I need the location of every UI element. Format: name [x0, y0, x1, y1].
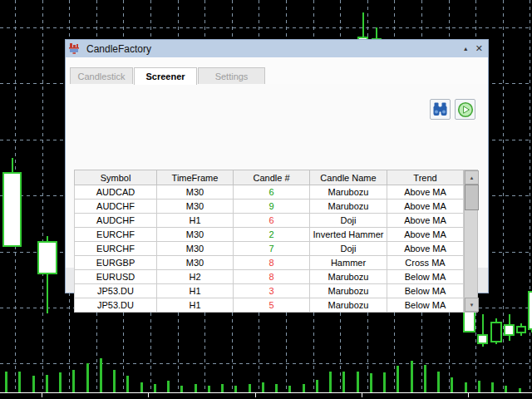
cell-timeframe: H2: [157, 270, 234, 284]
table-row[interactable]: JP53.DUH13MarubozuBelow MA: [75, 284, 464, 298]
column-header-symbol[interactable]: Symbol: [75, 170, 157, 185]
cell-timeframe: M30: [157, 185, 234, 200]
cell-timeframe: H1: [157, 284, 234, 298]
binoculars-icon: [432, 102, 448, 116]
cell-symbol: AUDCHF: [75, 200, 157, 214]
cell-candle-number: 9: [234, 200, 310, 214]
cell-symbol: JP53.DU: [75, 284, 157, 298]
cell-timeframe: H1: [157, 214, 234, 228]
tab-screener[interactable]: Screener: [134, 67, 197, 85]
table-row[interactable]: AUDCHFM309MarubozuAbove MA: [75, 200, 464, 214]
cell-candle-name: Inverted Hammer: [310, 228, 387, 242]
column-header-trend[interactable]: Trend: [387, 170, 464, 185]
cell-symbol: EURGBP: [75, 256, 157, 270]
column-header-candle[interactable]: Candle #: [234, 170, 310, 185]
collapse-icon[interactable]: ▲: [463, 46, 469, 52]
cell-candle-name: Hammer: [310, 256, 387, 270]
table-row[interactable]: AUDCADM306MarubozuAbove MA: [75, 185, 464, 200]
cell-symbol: EURCHF: [75, 228, 157, 242]
time-axis-tick: [255, 393, 256, 397]
column-header-timeframe[interactable]: TimeFrame: [157, 170, 234, 185]
cell-candle-number: 2: [234, 228, 310, 242]
cell-timeframe: M30: [157, 228, 234, 242]
cell-trend: Above MA: [387, 200, 464, 214]
cell-trend: Above MA: [387, 228, 464, 242]
window-titlebar[interactable]: CandleFactory ▲ ✕: [66, 40, 488, 57]
cell-timeframe: H1: [157, 298, 234, 313]
window-title: CandleFactory: [86, 43, 151, 55]
candlefactory-app-icon: [69, 43, 82, 55]
cell-symbol: EURCHF: [75, 242, 157, 256]
arrow-up-icon: ▲: [470, 175, 475, 180]
start-scan-button[interactable]: [455, 99, 475, 120]
column-header-candle-name[interactable]: Candle Name: [310, 170, 387, 185]
screener-toolbar: [430, 99, 475, 120]
tab-settings[interactable]: Settings: [198, 67, 265, 84]
tab-candlestick[interactable]: Candlestick: [70, 67, 133, 84]
candlefactory-window: CandleFactory ▲ ✕ Candlestick Screener S…: [65, 39, 489, 293]
table-row[interactable]: JP53.DUH15MarubozuBelow MA: [75, 298, 464, 313]
cell-candle-name: Marubozu: [310, 270, 387, 284]
cell-timeframe: M30: [157, 242, 234, 256]
cell-candle-number: 8: [234, 256, 310, 270]
cell-symbol: JP53.DU: [75, 298, 157, 313]
time-axis-tick: [362, 393, 362, 397]
table-row[interactable]: AUDCHFH16DojiAbove MA: [75, 214, 464, 228]
screener-table: SymbolTimeFrameCandle #Candle NameTrend …: [74, 170, 464, 313]
cell-symbol: EURUSD: [75, 270, 157, 284]
arrow-down-icon: ▼: [470, 303, 475, 308]
play-icon: [457, 101, 474, 118]
cell-candle-number: 6: [234, 214, 310, 228]
time-axis-tick: [148, 393, 149, 397]
time-axis-tick: [42, 393, 42, 397]
search-button[interactable]: [430, 99, 451, 120]
table-row[interactable]: EURGBPM308HammerCross MA: [75, 256, 464, 270]
screener-table-area: SymbolTimeFrameCandle #Candle NameTrend …: [74, 170, 478, 313]
cell-candle-name: Marubozu: [310, 200, 387, 214]
cell-candle-name: Doji: [310, 242, 387, 256]
cell-candle-number: 3: [234, 284, 310, 298]
close-icon[interactable]: ✕: [475, 44, 483, 53]
screener-panel: SymbolTimeFrameCandle #Candle NameTrend …: [66, 84, 488, 293]
table-scrollbar[interactable]: ▲ ▼: [464, 170, 478, 313]
cell-candle-number: 5: [234, 298, 310, 313]
cell-candle-number: 6: [234, 185, 310, 200]
trading-chart-screen: CandleFactory ▲ ✕ Candlestick Screener S…: [0, 0, 532, 399]
cell-candle-name: Marubozu: [310, 284, 387, 298]
cell-timeframe: M30: [157, 200, 234, 214]
table-header-row: SymbolTimeFrameCandle #Candle NameTrend: [75, 170, 464, 185]
cell-timeframe: M30: [157, 256, 234, 270]
cell-trend: Above MA: [387, 214, 464, 228]
time-axis-tick: [468, 393, 469, 397]
scroll-up-button[interactable]: ▲: [465, 170, 479, 185]
cell-symbol: AUDCAD: [75, 185, 157, 200]
scroll-down-button[interactable]: ▼: [465, 298, 479, 312]
cell-candle-name: Marubozu: [310, 298, 387, 313]
cell-trend: Cross MA: [387, 256, 464, 270]
scrollbar-thumb[interactable]: [465, 185, 479, 210]
cell-symbol: AUDCHF: [75, 214, 157, 228]
cell-candle-number: 8: [234, 270, 310, 284]
cell-candle-name: Doji: [310, 214, 387, 228]
table-row[interactable]: EURCHFM307DojiAbove MA: [75, 242, 464, 256]
table-row[interactable]: EURUSDH28MarubozuBelow MA: [75, 270, 464, 284]
tab-bar: Candlestick Screener Settings: [70, 66, 484, 85]
cell-candle-number: 7: [234, 242, 310, 256]
cell-candle-name: Marubozu: [310, 185, 387, 200]
cell-trend: Below MA: [387, 284, 464, 298]
cell-trend: Below MA: [387, 298, 464, 313]
cell-trend: Below MA: [387, 270, 464, 284]
cell-trend: Above MA: [387, 242, 464, 256]
cell-trend: Above MA: [387, 185, 464, 200]
table-row[interactable]: EURCHFM302Inverted HammerAbove MA: [75, 228, 464, 242]
